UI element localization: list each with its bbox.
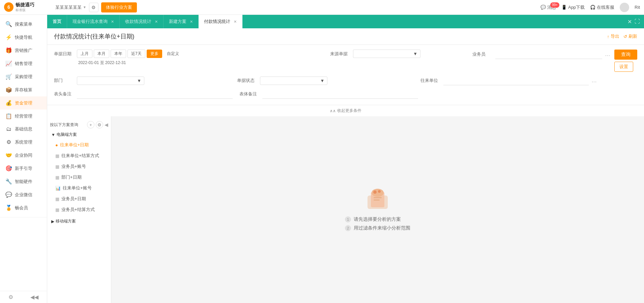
scheme-item-label-counterpart-settlement: 往来单位+结算方式 <box>61 153 99 159</box>
inventory-icon: 📦 <box>5 87 12 93</box>
scheme-item-dept-date[interactable]: ▦部门+日期 <box>47 172 111 183</box>
quick-nav-icon: ⚡ <box>5 34 12 40</box>
tab-new-scheme[interactable]: 新建方案✕ <box>164 15 199 28</box>
more-date-btn[interactable]: 更多 <box>147 50 162 58</box>
sidebar-item-fund[interactable]: 💰资金管理 <box>0 96 47 110</box>
this-month-btn[interactable]: 本月 <box>94 50 109 58</box>
dept-label: 部门 <box>54 78 77 84</box>
scheme-group-arrow-icon: ▼ <box>51 132 55 137</box>
collapse-icon: ∧∧ <box>330 109 336 113</box>
last-7days-btn[interactable]: 近7天 <box>127 50 145 58</box>
messages-button[interactable]: 💬 消息 99+ <box>540 4 556 10</box>
fund-icon: 💰 <box>5 100 12 106</box>
page-header: 付款情况统计(往来单位+日期) ↑ 导出 ↺ 刷新 <box>47 28 644 45</box>
dept-select[interactable]: ▼ <box>77 77 144 85</box>
sidebar-item-hardware[interactable]: 🔧智能硬件 <box>0 175 47 188</box>
setup-button[interactable]: 设置 <box>614 62 633 72</box>
avatar[interactable] <box>620 3 629 12</box>
sidebar-label-guide: 新手引导 <box>15 165 32 172</box>
scheme-item-staff-date[interactable]: ▦业务员+日期 <box>47 193 111 204</box>
header-right: 💬 消息 99+ 📱 App下载 🎧 在线客服 Rit <box>540 3 640 12</box>
scheme-item-icon-staff-date: ▦ <box>55 196 59 202</box>
trial-button[interactable]: 体验行业方案 <box>101 2 137 12</box>
app-download-button[interactable]: 📱 App下载 <box>561 4 585 10</box>
scheme-item-counterpart-account[interactable]: 📊往来单位+账号 <box>47 183 111 193</box>
content-area: 首页现金银行流水查询✕收款情况统计✕新建方案✕付款情况统计✕ ✕ ⛶ 付款情况统… <box>47 15 644 303</box>
last-month-btn[interactable]: 上月 <box>77 50 92 58</box>
scheme-item-counterpart-date[interactable]: ●往来单位+日期 <box>47 140 111 150</box>
tab-bar-right: ✕ ⛶ <box>623 15 644 28</box>
query-button[interactable]: 查询 <box>614 50 637 60</box>
scheme-item-label-staff-settlement: 业务员+结算方式 <box>61 207 95 213</box>
export-icon: ↑ <box>607 34 610 39</box>
tab-close-payment-stat[interactable]: ✕ <box>234 20 237 24</box>
sidebar-item-inventory[interactable]: 📦库存核算 <box>0 83 47 96</box>
scheme-item-label-counterpart-account: 往来单位+账号 <box>63 185 92 191</box>
scheme-settings-button[interactable]: ⚙ <box>96 121 103 128</box>
scheme-add-button[interactable]: + <box>87 121 94 128</box>
user-name: Rit <box>635 5 640 10</box>
sidebar-item-marketing[interactable]: 🎁营销推广 <box>0 44 47 57</box>
online-service-button[interactable]: 🎧 在线客服 <box>590 4 614 10</box>
sidebar-item-sales[interactable]: 📈销售管理 <box>0 57 47 70</box>
source-chevron-icon: ▼ <box>413 51 417 56</box>
logo-name: 畅捷通巧 <box>16 2 34 8</box>
sidebar-item-guide[interactable]: 🎯新手引导 <box>0 162 47 175</box>
tab-close-bank[interactable]: ✕ <box>111 20 114 24</box>
scheme-item-staff-settlement[interactable]: ▦业务员+结算方式 <box>47 204 111 215</box>
counterpart-dots-icon[interactable]: … <box>591 78 597 84</box>
page-content: 付款情况统计(往来单位+日期) ↑ 导出 ↺ 刷新 <box>47 28 644 303</box>
sidebar-collapse-button[interactable]: ◀◀ <box>30 294 38 300</box>
source-select[interactable]: ▼ <box>353 50 420 58</box>
refresh-button[interactable]: ↺ 刷新 <box>623 33 637 39</box>
scheme-item-counterpart-settlement[interactable]: ▦往来单位+结算方式 <box>47 150 111 161</box>
tab-close-all-icon[interactable]: ✕ <box>627 19 632 25</box>
scheme-panel-collapse-button[interactable]: ◀ <box>105 122 108 127</box>
tab-receipt-stat[interactable]: 收款情况统计✕ <box>120 15 164 28</box>
tab-payment-stat[interactable]: 付款情况统计✕ <box>199 15 242 28</box>
scheme-item-staff-account[interactable]: ▦业务员+账号 <box>47 161 111 172</box>
scheme-item-icon-counterpart-date: ● <box>55 143 58 148</box>
data-area: 1 请先选择要分析的方案 2 用过滤条件来缩小分析范围 <box>111 116 644 303</box>
collapse-more-button[interactable]: ∧∧ 收起更多条件 <box>47 105 644 116</box>
tab-close-receipt-stat[interactable]: ✕ <box>155 20 158 24</box>
sidebar-item-basic-info[interactable]: 🗂基础信息 <box>0 123 47 135</box>
empty-illustration <box>361 185 394 212</box>
custom-date-btn[interactable]: 自定义 <box>164 50 182 58</box>
header-note-label: 表头备注 <box>54 91 77 97</box>
tab-home[interactable]: 首页 <box>47 15 67 28</box>
service-icon: 🎧 <box>590 5 595 10</box>
tab-close-new-scheme[interactable]: ✕ <box>190 20 193 24</box>
wechat-icon: 💬 <box>5 191 12 198</box>
sidebar-item-wechat[interactable]: 💬企业微信 <box>0 188 47 201</box>
sidebar-item-operation[interactable]: 📋经营管理 <box>0 110 47 123</box>
sidebar-label-hardware: 智能硬件 <box>15 179 32 185</box>
sidebar-item-enterprise[interactable]: 🤝企业协同 <box>0 149 47 162</box>
sidebar-item-member[interactable]: 🏅畅会员 <box>0 201 47 214</box>
tab-expand-icon[interactable]: ⛶ <box>635 19 640 25</box>
logo-sub: 标准版 <box>16 8 34 12</box>
sidebar-label-inventory: 库存核算 <box>15 87 32 93</box>
scheme-group-mobile[interactable]: ▶ 移动端方案 <box>47 216 111 226</box>
sidebar-item-system[interactable]: ⚙系统管理 <box>0 135 47 149</box>
sidebar-label-sales: 销售管理 <box>15 61 32 67</box>
sidebar-settings-button[interactable]: ⚙ <box>8 294 13 300</box>
export-button[interactable]: ↑ 导出 <box>607 33 620 39</box>
sidebar-label-marketing: 营销推广 <box>15 48 32 54</box>
hint-list: 1 请先选择要分析的方案 2 用过滤条件来缩小分析范围 <box>345 216 410 234</box>
scheme-group-pc[interactable]: ▼ 电脑端方案 <box>47 130 111 140</box>
tab-bank[interactable]: 现金银行流水查询✕ <box>67 15 120 28</box>
settings-button[interactable]: ⚙ <box>89 3 98 12</box>
staff-dots-icon[interactable]: … <box>605 51 610 57</box>
this-year-btn[interactable]: 本年 <box>111 50 126 58</box>
sidebar-item-quick-nav[interactable]: ⚡快捷导航 <box>0 31 47 44</box>
sidebar-item-purchase[interactable]: 🛒采购管理 <box>0 70 47 83</box>
sidebar-item-search-menu[interactable]: 🔍搜索菜单 <box>0 18 47 31</box>
scheme-group-mobile-label: 移动端方案 <box>56 218 76 224</box>
company-selector[interactable]: 某某某某某某 ▼ <box>55 4 86 10</box>
scheme-item-icon-counterpart-account: 📊 <box>55 186 61 191</box>
doc-status-select[interactable]: ▼ <box>260 77 327 85</box>
sidebar-label-operation: 经营管理 <box>15 113 32 119</box>
sidebar-label-member: 畅会员 <box>15 205 28 211</box>
doc-status-chevron-icon: ▼ <box>320 78 324 83</box>
